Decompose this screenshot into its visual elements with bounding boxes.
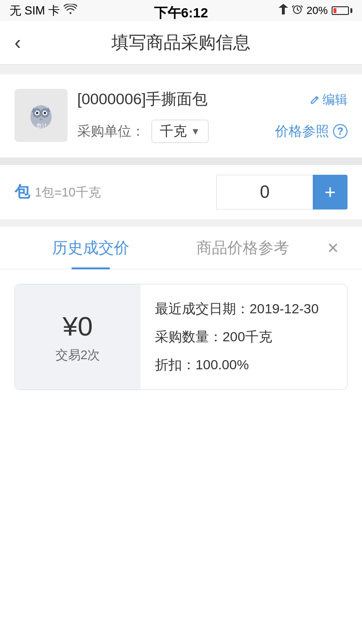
- unit-select[interactable]: 千克 ▼: [152, 120, 209, 143]
- quantity-label: 包 1包=10千克: [14, 182, 101, 203]
- tab-history-price-label: 历史成交价: [52, 238, 129, 259]
- back-button[interactable]: ‹: [14, 32, 21, 54]
- unit-value: 千克: [160, 122, 187, 140]
- nav-bar: ‹ 填写商品采购信息: [0, 21, 362, 65]
- quantity-plus-button[interactable]: +: [313, 175, 348, 210]
- history-card: ¥0 交易2次 最近成交日期：2019-12-30 采购数量：200千克 折扣：…: [14, 284, 348, 390]
- history-transactions: 交易2次: [56, 347, 100, 364]
- divider: [0, 157, 362, 165]
- battery-icon: [332, 6, 352, 15]
- page-title: 填写商品采购信息: [111, 31, 251, 55]
- quantity-input[interactable]: 0: [216, 175, 313, 210]
- history-right: 最近成交日期：2019-12-30 采购数量：200千克 折扣：100.00%: [140, 284, 347, 390]
- tab-product-price-ref-label: 商品价格参考: [196, 238, 289, 259]
- price-ref-button[interactable]: 价格参照 ?: [275, 122, 348, 140]
- product-name: [0000006]手撕面包: [77, 89, 208, 110]
- bag-conversion-text: 1包=10千克: [35, 184, 101, 201]
- tab-history-price[interactable]: 历史成交价: [14, 227, 167, 269]
- purchase-unit-label: 采购单位：: [77, 122, 145, 140]
- price-ref-label: 价格参照: [275, 122, 329, 140]
- history-recent-date-value: 2019-12-30: [250, 301, 319, 316]
- carrier-text: 无 SIM 卡: [10, 3, 60, 18]
- status-right: 20%: [278, 4, 352, 17]
- quantity-controls: 0 +: [216, 175, 348, 210]
- status-time: 下午6:12: [154, 4, 208, 22]
- svg-text:数计: 数计: [37, 123, 47, 128]
- status-left: 无 SIM 卡: [10, 3, 77, 18]
- history-recent-date: 最近成交日期：2019-12-30: [155, 299, 333, 319]
- edit-label: 编辑: [322, 91, 348, 108]
- history-recent-date-label: 最近成交日期：: [155, 301, 250, 316]
- svg-line-2: [297, 10, 299, 11]
- svg-point-9: [44, 112, 46, 114]
- history-quantity: 采购数量：200千克: [155, 327, 333, 347]
- alarm-icon: [292, 4, 303, 17]
- tab-close-button[interactable]: ×: [319, 234, 348, 263]
- history-discount-label: 折扣：: [155, 357, 195, 372]
- wifi-icon: [64, 4, 77, 17]
- bag-icon: 包: [14, 182, 30, 203]
- quantity-value: 0: [260, 182, 269, 202]
- page-empty: [0, 405, 362, 644]
- quantity-row: 包 1包=10千克 0 +: [0, 165, 362, 219]
- tabs-header: 历史成交价 商品价格参考 ×: [0, 227, 362, 269]
- history-discount: 折扣：100.00%: [155, 355, 333, 375]
- history-quantity-value: 200千克: [223, 329, 272, 344]
- history-left: ¥0 交易2次: [15, 284, 140, 390]
- location-icon: [278, 4, 288, 17]
- product-info: [0000006]手撕面包 编辑 采购单位： 千克 ▼: [77, 89, 348, 143]
- tab-underline: [71, 267, 110, 269]
- tabs-section: 历史成交价 商品价格参考 × ¥0 交易2次 最近成交日期：2019-12-30…: [0, 227, 362, 405]
- history-discount-value: 100.00%: [195, 357, 249, 372]
- history-price: ¥0: [63, 310, 93, 342]
- battery-percent: 20%: [306, 4, 328, 17]
- unit-arrow-icon: ▼: [191, 126, 200, 137]
- history-quantity-label: 采购数量：: [155, 329, 223, 344]
- status-bar: 无 SIM 卡 下午6:12 20%: [0, 0, 362, 21]
- tab-product-price-ref[interactable]: 商品价格参考: [167, 227, 319, 269]
- history-content: ¥0 交易2次 最近成交日期：2019-12-30 采购数量：200千克 折扣：…: [0, 269, 362, 405]
- product-card: 数计 [0000006]手撕面包 编辑 采购单位：: [0, 74, 362, 157]
- price-ref-question-icon: ?: [333, 124, 348, 139]
- svg-point-8: [36, 112, 39, 114]
- edit-button[interactable]: 编辑: [310, 91, 348, 108]
- product-image: 数计: [14, 89, 68, 142]
